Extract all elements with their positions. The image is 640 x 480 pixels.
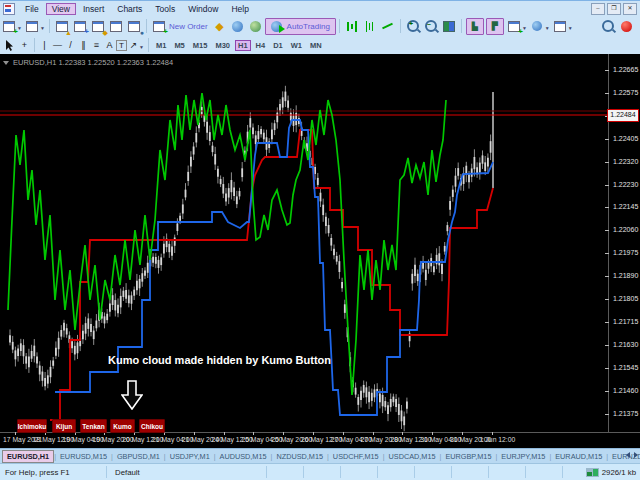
news-badge-icon[interactable] <box>618 19 634 34</box>
tab-gbpusd-m1[interactable]: GBPUSD,M1 <box>113 451 164 462</box>
price-axis-label: 1.22145 <box>613 203 638 210</box>
tab-nzdusd-m15[interactable]: NZDUSD,M15 <box>272 451 327 462</box>
profiles-button[interactable] <box>24 19 40 34</box>
menu-file[interactable]: File <box>19 3 45 15</box>
time-tick <box>373 432 374 435</box>
indicator-button-chikou[interactable]: Chikou <box>139 419 165 433</box>
label-tool[interactable]: T <box>116 40 127 51</box>
profiles-dropdown-icon[interactable]: ▼ <box>40 25 45 31</box>
connection-icon <box>586 468 599 477</box>
menu-window[interactable]: Window <box>182 3 224 15</box>
autotrading-label: AutoTrading <box>287 22 330 31</box>
templates-button[interactable] <box>552 19 568 34</box>
new-chart-button[interactable]: + <box>1 19 17 34</box>
tab-eurusd-h1[interactable]: EURUSD,H1 <box>2 450 54 463</box>
timeframe-m15[interactable]: M15 <box>190 40 211 51</box>
line-chart-button[interactable] <box>380 19 396 34</box>
status-profile-text[interactable]: Default <box>115 468 140 477</box>
terminal-button[interactable] <box>108 19 124 34</box>
tab-usdchf-m15[interactable]: USDCHF,M15 <box>329 451 383 462</box>
indicator-button-tenkan[interactable]: Tenkan <box>80 419 107 433</box>
menu-charts[interactable]: Charts <box>111 3 148 15</box>
tab-eurjpy-m15[interactable]: EURJPY,M15 <box>497 451 549 462</box>
metaeditor-button[interactable]: ◆ <box>212 19 228 34</box>
strategy-tester-button[interactable]: ● <box>126 19 142 34</box>
restore-button[interactable]: ❐ <box>607 3 621 15</box>
price-axis-label: 1.21805 <box>613 295 638 302</box>
price-axis[interactable]: 1.22484 1.226651.225751.224901.224051.22… <box>608 54 640 432</box>
timeframe-m5[interactable]: M5 <box>171 40 187 51</box>
price-axis-label: 1.22230 <box>613 181 638 188</box>
status-separator <box>266 466 267 478</box>
price-axis-label: 1.22665 <box>613 66 638 73</box>
zoom-out-button[interactable]: – <box>423 19 439 34</box>
status-bar: For Help, press F1 Default 2926/1 kb <box>0 463 640 480</box>
time-tick <box>15 432 16 435</box>
new-order-button[interactable]: New Order <box>169 22 208 31</box>
timeframe-m30[interactable]: M30 <box>212 40 233 51</box>
fibonacci-tool[interactable]: ≡ <box>90 40 103 50</box>
minimize-button[interactable]: – <box>591 3 605 15</box>
data-window-button[interactable]: + <box>72 19 88 34</box>
time-tick <box>343 432 344 435</box>
down-arrow-icon <box>121 380 143 410</box>
cursor-tool[interactable] <box>1 38 17 53</box>
tile-vertical-button[interactable]: ▛ <box>486 18 504 35</box>
new-order-icon[interactable]: + <box>151 19 167 34</box>
time-axis[interactable]: 17 May 202118 May 12:0019 May 04:0019 Ma… <box>0 432 640 449</box>
market-watch-button[interactable]: ▲ <box>54 19 70 34</box>
tab-eurgbp-m15[interactable]: EURGBP,M15 <box>441 451 495 462</box>
timeframe-h1[interactable]: H1 <box>235 40 251 51</box>
channel-tool[interactable]: ∥ <box>77 40 90 50</box>
price-axis-label: 1.22405 <box>613 135 638 142</box>
search-icon[interactable] <box>600 19 616 34</box>
menu-help[interactable]: Help <box>225 3 254 15</box>
chart-canvas[interactable] <box>0 54 640 448</box>
zoom-in-button[interactable]: + <box>405 19 421 34</box>
text-tool[interactable]: A <box>103 40 116 50</box>
bar-chart-button[interactable] <box>362 19 378 34</box>
chart-ohlc-text: EURUSD,H1 1.22383 1.22520 1.22363 1.2248… <box>13 58 173 67</box>
tile-horizontal-button[interactable]: ▙ <box>466 18 484 35</box>
tab-eurusd-m15[interactable]: EURUSD,M15 <box>56 451 111 462</box>
horizontal-line-tool[interactable]: — <box>51 40 64 50</box>
menu-view[interactable]: View <box>46 3 76 15</box>
crosshair-tool[interactable]: + <box>18 40 31 50</box>
time-tick <box>224 432 225 435</box>
indicators-button[interactable]: + <box>506 19 522 34</box>
close-button[interactable]: ✕ <box>623 3 637 15</box>
tile-windows-button[interactable] <box>441 19 457 34</box>
vertical-line-tool[interactable]: | <box>38 40 51 50</box>
periods-dropdown-icon[interactable]: ▼ <box>545 25 550 31</box>
indicator-button-kijun[interactable]: Kijun <box>52 419 76 433</box>
periods-button[interactable] <box>529 19 545 34</box>
tab-scroll-right-icon[interactable] <box>634 452 638 458</box>
autotrading-button[interactable]: AutoTrading <box>265 18 336 35</box>
tab-euraud-m15[interactable]: EURAUD,M15 <box>551 451 606 462</box>
tab-scroll-left-icon[interactable] <box>626 452 630 458</box>
indicator-button-ichimoku[interactable]: Ichimoku <box>17 419 47 433</box>
tab-usdcad-m15[interactable]: USDCAD,M15 <box>385 451 440 462</box>
chart-menu-arrow-icon[interactable] <box>3 61 9 65</box>
indicator-button-kumo[interactable]: Kumo <box>110 419 135 433</box>
candlestick-chart-button[interactable] <box>344 19 360 34</box>
timeframe-w1[interactable]: W1 <box>288 40 305 51</box>
navigator-button[interactable]: ◆ <box>90 19 106 34</box>
chart-area[interactable]: EURUSD,H1 1.22383 1.22520 1.22363 1.2248… <box>0 54 640 448</box>
timeframe-h4[interactable]: H4 <box>253 40 269 51</box>
price-tick <box>605 322 609 323</box>
globe-button[interactable] <box>248 19 264 34</box>
tab-audusd-m15[interactable]: AUDUSD,M15 <box>216 451 271 462</box>
timeframe-d1[interactable]: D1 <box>270 40 286 51</box>
arrows-dropdown-icon[interactable]: ▼ <box>139 44 144 50</box>
timeframe-buttons: M1M5M15M30H1H4D1W1MN <box>152 40 326 51</box>
menu-insert[interactable]: Insert <box>77 3 110 15</box>
timeframe-mn[interactable]: MN <box>307 40 325 51</box>
trendline-tool[interactable]: / <box>64 40 77 50</box>
experts-button[interactable] <box>230 19 246 34</box>
price-tick <box>605 368 609 369</box>
menu-tools[interactable]: Tools <box>149 3 181 15</box>
tab-usdjpy-m1[interactable]: USDJPY,M1 <box>166 451 214 462</box>
timeframe-m1[interactable]: M1 <box>153 40 169 51</box>
templates-dropdown-icon[interactable]: ▼ <box>568 25 573 31</box>
